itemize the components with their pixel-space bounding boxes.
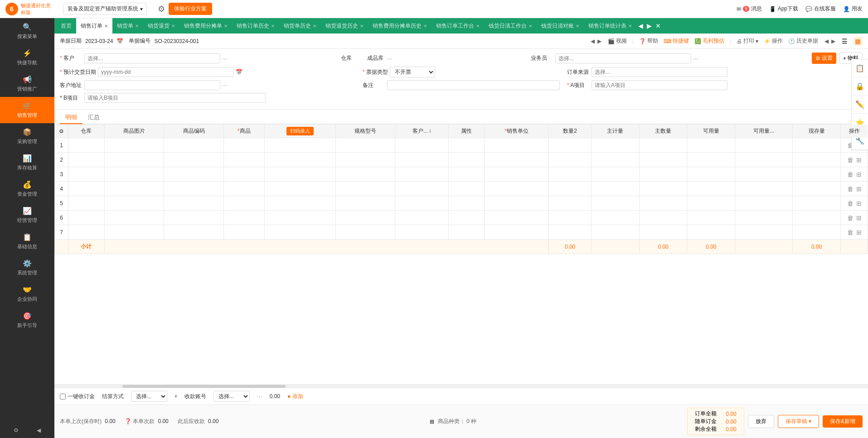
row4-delete-icon[interactable]: 🗑 (847, 185, 853, 193)
one-click-label[interactable]: 一键收订金 (60, 393, 95, 400)
tab-close-order-stats[interactable]: ✕ (628, 24, 632, 29)
row3-delete-icon[interactable]: 🗑 (847, 171, 853, 178)
tab-close-cash-daily[interactable]: ✕ (529, 24, 532, 29)
tab-nav-left[interactable]: ◀ (636, 21, 645, 30)
row2-delete-icon[interactable]: 🗑 (847, 156, 853, 164)
tab-nav-expand[interactable]: ✕ (654, 21, 663, 30)
row3-copy-icon[interactable]: ⊞ (856, 171, 862, 178)
right-panel-btn-1[interactable]: 📋 (852, 59, 868, 77)
row5-delete-icon[interactable]: 🗑 (847, 200, 853, 207)
help-btn[interactable]: ❓ 帮助 (639, 37, 658, 45)
tab-order-stats[interactable]: 销售订单统计表 ✕ (584, 18, 636, 34)
tab-invoice[interactable]: 销货单 ✕ (112, 18, 143, 34)
staff-more-btn[interactable]: ··· (693, 55, 698, 62)
row2-copy-icon[interactable]: ⊞ (856, 156, 862, 164)
row7-delete-icon[interactable]: 🗑 (847, 229, 853, 236)
warehouse-more-btn[interactable]: ··· (387, 55, 393, 62)
settings-bottom-icon[interactable]: ⚙ (14, 427, 19, 433)
tab-close-order-history[interactable]: ✕ (271, 24, 275, 29)
tab-return-history[interactable]: 销货退货历史 ✕ (321, 18, 368, 34)
row4-copy-icon[interactable]: ⊞ (856, 185, 862, 193)
tab-cost-split-history[interactable]: 销售费用分摊单历史 ✕ (368, 18, 432, 34)
list-prev[interactable]: ◀ (824, 37, 829, 45)
list-icon[interactable]: ☰ (842, 38, 848, 45)
account-select[interactable]: 选择... (213, 391, 250, 402)
tab-close-order-workbench[interactable]: ✕ (476, 24, 480, 29)
tab-order-workbench[interactable]: 销售订单工作台 ✕ (432, 18, 484, 34)
payment-method-select[interactable]: 选择... (131, 391, 167, 402)
collapse-sidebar-btn[interactable]: ◀ (37, 427, 41, 433)
tab-close-sales-order[interactable]: ✕ (104, 24, 108, 29)
tab-invoice-history[interactable]: 销货单历史 ✕ (279, 18, 321, 34)
nav-prev[interactable]: ◀ (590, 37, 596, 45)
sidebar-item-marketing[interactable]: 📢 营销推广 (0, 71, 54, 97)
right-panel-btn-3[interactable]: ✏️ (852, 96, 868, 114)
save-new-btn[interactable]: 保存&新增 (823, 415, 863, 428)
add-link[interactable]: ● 添加 (287, 393, 303, 400)
delivery-date-input[interactable] (98, 67, 234, 77)
tab-detail[interactable]: 明细 (60, 111, 82, 124)
tab-close-invoice[interactable]: ✕ (135, 24, 139, 29)
tab-close-invoice-history[interactable]: ✕ (313, 24, 316, 29)
invoice-type-select[interactable]: 不开票 (390, 67, 435, 77)
sidebar-item-basic[interactable]: 📋 基础信息 (0, 228, 54, 255)
calendar-icon[interactable]: 📅 (116, 38, 123, 44)
tab-close-return-history[interactable]: ✕ (360, 24, 364, 29)
history-btn[interactable]: 🕐 历史单据 (788, 37, 818, 45)
view-btn[interactable]: 🎬 视频 (608, 37, 627, 45)
customer-more-btn[interactable]: ··· (222, 55, 228, 62)
nav-next[interactable]: ▶ (596, 37, 602, 45)
grid-icon[interactable]: ▦ (853, 37, 863, 46)
row7-copy-icon[interactable]: ⊞ (856, 229, 862, 236)
sidebar-item-inventory[interactable]: 📊 库存核算 (0, 149, 54, 176)
staff-input[interactable] (555, 53, 691, 63)
sidebar-item-sales[interactable]: 🛒 销售管理 (0, 97, 54, 123)
a-project-input[interactable] (592, 80, 727, 90)
col-settings-icon[interactable]: ⚙ (59, 128, 64, 135)
customer-addr-input[interactable] (84, 80, 220, 90)
industry-btn[interactable]: 体验行业方案 (169, 3, 212, 15)
row5-copy-icon[interactable]: ⊞ (856, 200, 862, 207)
tab-summary[interactable]: 汇总 (82, 111, 105, 124)
remarks-input[interactable] (387, 80, 560, 90)
tab-cash-daily[interactable]: 钱货日清工作台 ✕ (484, 18, 537, 34)
order-source-input[interactable] (592, 67, 727, 77)
messages-btn[interactable]: ✉ 9 消息 (737, 5, 762, 13)
profit-btn[interactable]: 💹 毛利预估 (694, 37, 724, 45)
user-avatar[interactable]: 👤 用友 (843, 5, 863, 13)
discard-btn[interactable]: 放弃 (748, 415, 774, 428)
config-btn[interactable]: ⚙ 设置 (812, 53, 836, 64)
account-more-btn[interactable]: ··· (257, 393, 262, 400)
tab-return[interactable]: 销货退货 ✕ (143, 18, 179, 34)
sidebar-item-search[interactable]: 🔍 搜索菜单 (0, 18, 54, 44)
list-next[interactable]: ▶ (830, 37, 836, 45)
one-click-checkbox[interactable] (60, 394, 66, 399)
sidebar-item-guide[interactable]: 🎯 新手引导 (0, 307, 54, 333)
scan-input-btn[interactable]: 扫码录入 (286, 127, 314, 135)
settings-icon[interactable]: ⚙ (158, 4, 165, 14)
operations-btn[interactable]: ⚡ 操作 (764, 37, 783, 45)
tab-order-history[interactable]: 销售订单历史 ✕ (232, 18, 279, 34)
tab-close-cost-split-history[interactable]: ✕ (423, 24, 427, 29)
tab-close-return[interactable]: ✕ (171, 24, 175, 29)
app-download-btn[interactable]: 📱 App下载 (769, 5, 798, 13)
tab-close-cash-reconcile[interactable]: ✕ (576, 24, 579, 29)
online-service-btn[interactable]: 💬 在线客服 (805, 5, 836, 13)
right-panel-btn-2[interactable]: 🔒 (852, 77, 868, 96)
sidebar-item-operations[interactable]: 📈 经营管理 (0, 202, 54, 228)
sidebar-item-collab[interactable]: 🤝 企业协同 (0, 281, 54, 307)
sidebar-item-purchase[interactable]: 📦 采购管理 (0, 123, 54, 149)
scroll-bar-thumb[interactable] (122, 385, 286, 388)
sidebar-item-finance[interactable]: 💰 资金管理 (0, 176, 54, 202)
sidebar-item-system[interactable]: ⚙️ 系统管理 (0, 255, 54, 281)
app-selector[interactable]: 装备及固定资产辅助管理系统 ▾ (63, 3, 147, 15)
customer-input[interactable] (84, 53, 220, 63)
tab-close-cost-split[interactable]: ✕ (224, 24, 228, 29)
tab-sales-order[interactable]: 销售订单 ✕ (76, 18, 112, 34)
tab-home[interactable]: 首页 (56, 18, 76, 34)
sidebar-item-quicknav[interactable]: ⚡ 快捷导航 (0, 44, 54, 71)
print-btn[interactable]: 🖨 打印 ▾ (737, 37, 758, 45)
b-project-input[interactable] (84, 93, 266, 103)
delivery-calendar-icon[interactable]: 📅 (236, 69, 242, 75)
tab-cash-reconcile[interactable]: 钱货日清对账 ✕ (537, 18, 584, 34)
